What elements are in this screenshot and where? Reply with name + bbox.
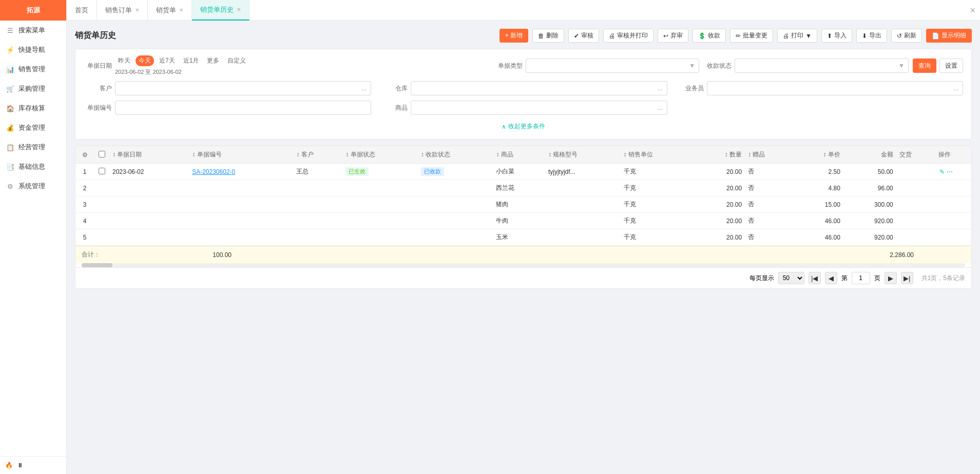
table-row: 4 牛肉 千克 20.00 否 46.00 920.00 [75, 213, 971, 229]
cell-checkbox[interactable] [94, 229, 109, 246]
doc-type-input[interactable] [526, 58, 700, 73]
col-customer[interactable]: ↕ 客户 [293, 146, 342, 164]
doc-no-link[interactable]: SA-20230602-0 [192, 168, 235, 175]
batch-change-button[interactable]: ✏ 批量变更 [730, 29, 773, 43]
warehouse-input[interactable]: ... [411, 81, 667, 95]
delete-button[interactable]: 🗑 删除 [532, 29, 564, 43]
col-checkbox[interactable] [94, 146, 109, 164]
col-unit-price[interactable]: ↕ 单价 [794, 146, 843, 164]
page-header: 销货单历史 + 新增 🗑 删除 ✔ 审核 🖨 审核并打印 ↩ 弃审 [75, 29, 972, 43]
collapse-button[interactable]: ∧ 收起更多条件 [499, 120, 547, 133]
tab-close-sales-goods[interactable]: ✕ [179, 7, 183, 13]
col-amount[interactable]: 金额 [843, 146, 896, 164]
sidebar-item-purchase-mgmt[interactable]: 🛒 采购管理 [0, 79, 66, 98]
doc-type-dropdown-icon[interactable]: ▼ [689, 62, 695, 69]
tab-close-sales-history[interactable]: ✕ [237, 7, 241, 12]
operations-icon: 📋 [6, 143, 14, 151]
cell-checkbox[interactable] [94, 196, 109, 213]
more-action[interactable]: ⋯ [946, 168, 954, 175]
pause-icon[interactable]: ⏸ [17, 462, 23, 469]
tab-sales-goods[interactable]: 销货单 ✕ [148, 0, 192, 21]
edit-action[interactable]: ✎ [938, 168, 946, 175]
date-tab-1month[interactable]: 近1月 [180, 55, 202, 66]
next-page-btn[interactable]: ▶ [885, 272, 897, 284]
export-button[interactable]: ⬇ 导出 [856, 29, 887, 43]
show-detail-button[interactable]: 📄 显示明细 [926, 29, 972, 43]
cell-qty: 20.00 [696, 196, 745, 213]
filter-warehouse: 仓库 ... [379, 81, 667, 95]
audit-button[interactable]: ✔ 审核 [568, 29, 599, 43]
per-page-select[interactable]: 50 20 100 [778, 272, 804, 284]
sidebar-item-basic-info[interactable]: 📑 基础信息 [0, 157, 66, 176]
tab-sales-history[interactable]: 销货单历史 ✕ [192, 0, 249, 21]
salesman-input[interactable]: ... [707, 81, 963, 95]
cell-qty: 20.00 [696, 180, 745, 196]
cell-checkbox[interactable] [94, 213, 109, 229]
page-label: 第 [841, 274, 848, 283]
sidebar-item-label: 资金管理 [18, 123, 45, 132]
sidebar-item-quick-nav[interactable]: ⚡ 快捷导航 [0, 40, 66, 60]
customer-input[interactable]: ... [115, 81, 371, 95]
date-tab-yesterday[interactable]: 昨天 [115, 55, 133, 66]
tab-home[interactable]: 首页 [67, 0, 97, 21]
select-all-checkbox[interactable] [99, 151, 105, 157]
col-gear[interactable]: ⚙ [75, 146, 94, 164]
page-number-input[interactable] [852, 272, 870, 284]
collect-button[interactable]: 💲 收款 [693, 29, 726, 43]
date-tab-today[interactable]: 今天 [136, 55, 154, 66]
sidebar-item-label: 销售管理 [18, 65, 45, 74]
gear-settings-icon[interactable]: ⚙ [82, 151, 88, 159]
col-payment-status[interactable]: ↕ 收款状态 [418, 146, 493, 164]
col-transaction[interactable]: 交货 [896, 146, 935, 164]
tab-bar-end: ✕ [970, 6, 980, 14]
sidebar-item-finance[interactable]: 💰 资金管理 [0, 118, 66, 137]
col-goods[interactable]: ↕ 商品 [493, 146, 545, 164]
table-row: 5 玉米 千克 20.00 否 46.00 920.00 [75, 229, 971, 246]
date-tab-7days[interactable]: 近7天 [156, 55, 178, 66]
goods-input[interactable]: ... [411, 101, 667, 115]
prev-page-btn[interactable]: ◀ [825, 272, 837, 284]
date-tab-more[interactable]: 更多 [204, 55, 222, 66]
date-tab-custom[interactable]: 自定义 [224, 55, 249, 66]
col-doc-date[interactable]: ↕ 单据日期 [109, 146, 189, 164]
page-area: 销货单历史 + 新增 🗑 删除 ✔ 审核 🖨 审核并打印 ↩ 弃审 [67, 21, 980, 474]
import-button[interactable]: ⬆ 导入 [821, 29, 852, 43]
col-gift[interactable]: ↕ 赠品 [745, 146, 794, 164]
purchase-mgmt-icon: 🛒 [6, 85, 14, 93]
sidebar-item-search-menu[interactable]: ☰ 搜索菜单 [0, 21, 66, 40]
payment-status-input[interactable] [735, 58, 909, 73]
scrollbar-thumb[interactable] [82, 263, 112, 267]
audit-print-button[interactable]: 🖨 审核并打印 [603, 29, 654, 43]
first-page-btn[interactable]: |◀ [809, 272, 821, 284]
scrollbar[interactable] [82, 263, 965, 267]
query-button[interactable]: 查询 [913, 58, 936, 73]
cell-unit-price: 4.80 [794, 180, 843, 196]
doc-no-input[interactable] [115, 101, 371, 115]
col-qty[interactable]: ↕ 数量 [696, 146, 745, 164]
sidebar-item-inventory[interactable]: 🏠 库存核算 [0, 98, 66, 118]
col-doc-no[interactable]: ↕ 单据编号 [189, 146, 293, 164]
col-spec[interactable]: ↕ 规格型号 [545, 146, 621, 164]
cell-doc-no [189, 213, 293, 229]
print-button[interactable]: 🖨 打印 ▼ [777, 29, 817, 43]
row-checkbox[interactable] [99, 168, 105, 174]
cell-qty: 20.00 [696, 164, 745, 180]
col-doc-status[interactable]: ↕ 单据状态 [342, 146, 418, 164]
settings-button[interactable]: 设置 [939, 58, 963, 73]
cell-actions [935, 213, 971, 229]
tab-sales-order[interactable]: 销售订单 ✕ [97, 0, 148, 21]
close-all-icon[interactable]: ✕ [970, 6, 976, 14]
sidebar-item-system-mgmt[interactable]: ⚙ 系统管理 [0, 176, 66, 196]
refresh-button[interactable]: ↺ 刷新 [891, 29, 922, 43]
cell-checkbox[interactable] [94, 180, 109, 196]
fire-icon[interactable]: 🔥 [5, 462, 13, 469]
new-button[interactable]: + 新增 [499, 29, 528, 43]
col-unit[interactable]: ↕ 销售单位 [621, 146, 696, 164]
tab-close-sales-order[interactable]: ✕ [135, 7, 139, 13]
sidebar-item-operations[interactable]: 📋 经营管理 [0, 137, 66, 157]
cell-checkbox[interactable] [94, 164, 109, 180]
abandon-button[interactable]: ↩ 弃审 [658, 29, 688, 43]
payment-status-dropdown-icon[interactable]: ▼ [898, 62, 905, 69]
last-page-btn[interactable]: ▶| [901, 272, 913, 284]
sidebar-item-sales-mgmt[interactable]: 📊 销售管理 [0, 60, 66, 79]
